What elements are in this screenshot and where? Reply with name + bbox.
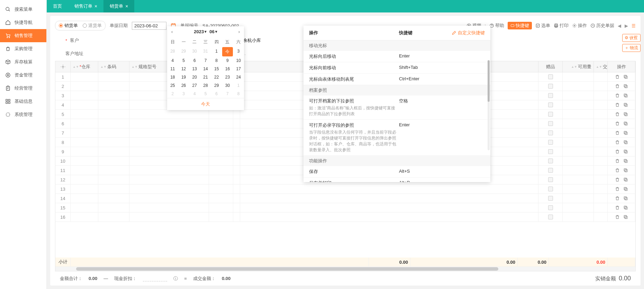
cell-barcode[interactable] — [98, 119, 129, 128]
cell[interactable] — [240, 194, 538, 203]
date-input[interactable] — [132, 22, 166, 30]
cell-gift[interactable] — [538, 147, 563, 156]
calendar-day[interactable]: 4 — [167, 56, 178, 65]
calendar-day[interactable]: 28 — [200, 81, 211, 90]
cell-gift[interactable] — [538, 138, 563, 147]
cell-barcode[interactable] — [98, 72, 129, 81]
delete-icon[interactable] — [615, 102, 620, 107]
logistics-button[interactable]: ＋ 物流 — [622, 44, 641, 52]
checkbox[interactable] — [548, 74, 553, 79]
copy-icon[interactable] — [623, 84, 628, 89]
cell-gift[interactable] — [538, 100, 563, 109]
cell[interactable] — [233, 166, 240, 175]
cell-spec[interactable] — [129, 156, 209, 165]
cell-spec[interactable] — [129, 194, 209, 203]
copy-icon[interactable] — [623, 74, 628, 79]
cell-delivery[interactable] — [594, 175, 608, 184]
cell-warehouse[interactable] — [71, 166, 98, 175]
calendar-day[interactable]: 21 — [200, 73, 211, 81]
cell[interactable] — [233, 203, 240, 212]
sidebar-item-sales[interactable]: 销售管理 — [0, 29, 46, 42]
help-link[interactable]: 帮助 — [489, 22, 504, 29]
cell-spec[interactable] — [129, 128, 209, 137]
delete-icon[interactable] — [615, 121, 620, 126]
calendar-day[interactable]: 18 — [167, 73, 178, 81]
cell-delivery[interactable] — [594, 119, 608, 128]
delete-icon[interactable] — [615, 84, 620, 89]
cell-delivery[interactable] — [594, 147, 608, 156]
customer-addr-input[interactable] — [86, 51, 155, 56]
cell[interactable] — [233, 194, 240, 203]
cell-rate[interactable] — [209, 213, 233, 222]
cell-available[interactable] — [563, 166, 594, 175]
table-row[interactable]: 15 — [55, 203, 635, 213]
cell[interactable] — [233, 156, 240, 165]
cell-warehouse[interactable] — [71, 72, 98, 81]
radio-sale[interactable]: 销货单 — [59, 22, 78, 29]
cell-delivery[interactable] — [594, 72, 608, 81]
calendar-day[interactable]: 22 — [211, 73, 222, 81]
cell-rate[interactable] — [209, 175, 233, 184]
calendar-day[interactable]: 1 — [211, 47, 222, 56]
cell-warehouse[interactable] — [71, 110, 98, 119]
vertical-scrollbar[interactable] — [488, 60, 490, 150]
cell-available[interactable] — [563, 72, 594, 81]
cell-warehouse[interactable] — [71, 175, 98, 184]
cell-gift[interactable] — [538, 194, 563, 203]
calendar-day[interactable]: 20 — [189, 73, 200, 81]
radio-return[interactable]: 退货单 — [83, 22, 102, 29]
cell-available[interactable] — [563, 110, 594, 119]
cell[interactable] — [233, 147, 240, 156]
copy-icon[interactable] — [623, 187, 628, 191]
cell-barcode[interactable] — [98, 147, 129, 156]
cell-gift[interactable] — [538, 175, 563, 184]
calendar-day[interactable]: 26 — [178, 81, 189, 90]
cell-gift[interactable] — [538, 184, 563, 193]
cell-delivery[interactable] — [594, 166, 608, 175]
month-select[interactable]: 06▾ — [209, 29, 217, 34]
copy-icon[interactable] — [623, 168, 628, 173]
cell[interactable] — [233, 110, 240, 119]
calendar-day[interactable]: 11 — [167, 65, 178, 73]
calendar-day[interactable]: 今 — [222, 47, 233, 56]
custom-shortcut-link[interactable]: 自定义快捷键 — [452, 30, 485, 36]
header-barcode[interactable]: ▲▼条码 — [98, 61, 129, 72]
calendar-day[interactable]: 5 — [200, 90, 211, 98]
delete-icon[interactable] — [615, 140, 620, 145]
cell-available[interactable] — [563, 147, 594, 156]
cell-gift[interactable] — [538, 166, 563, 175]
cell-gift[interactable] — [538, 91, 563, 100]
cell-available[interactable] — [563, 184, 594, 193]
calendar-day[interactable]: 4 — [189, 90, 200, 98]
cell[interactable] — [233, 175, 240, 184]
calendar-day[interactable]: 9 — [222, 56, 233, 65]
calendar-day[interactable]: 7 — [200, 56, 211, 65]
delete-icon[interactable] — [615, 187, 620, 191]
cell-rate[interactable] — [209, 128, 233, 137]
checkbox[interactable] — [548, 112, 553, 117]
calendar-day[interactable]: 29 — [211, 81, 222, 90]
cell-barcode[interactable] — [98, 184, 129, 193]
close-icon[interactable]: × — [125, 3, 128, 9]
close-icon[interactable]: × — [94, 3, 97, 9]
delete-icon[interactable] — [615, 130, 620, 135]
horizontal-scrollbar[interactable] — [55, 267, 635, 271]
calendar-day[interactable]: 27 — [189, 81, 200, 90]
cell-gift[interactable] — [538, 110, 563, 119]
calendar-day[interactable]: 30 — [222, 81, 233, 90]
delete-icon[interactable] — [615, 177, 620, 182]
sidebar-item-purchase[interactable]: 采购管理 — [0, 42, 46, 55]
cell-available[interactable] — [563, 82, 594, 91]
tab-sales-invoice[interactable]: 销货单× — [103, 0, 134, 12]
cell-barcode[interactable] — [98, 194, 129, 203]
cell-gift[interactable] — [538, 119, 563, 128]
cell[interactable] — [233, 128, 240, 137]
cell-gift[interactable] — [538, 156, 563, 165]
chevron-right-icon[interactable]: ▶ — [625, 23, 628, 28]
sidebar-item-search[interactable]: 搜索菜单 — [0, 3, 46, 16]
cell-barcode[interactable] — [98, 213, 129, 222]
next-month-icon[interactable]: › — [238, 29, 240, 34]
cell[interactable] — [233, 138, 240, 147]
cell-delivery[interactable] — [594, 203, 608, 212]
calendar-day[interactable]: 3 — [233, 47, 244, 56]
